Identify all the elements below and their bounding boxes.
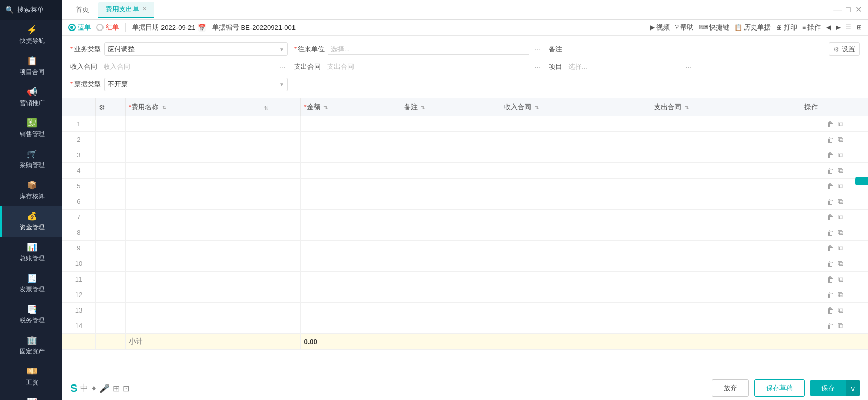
row-cell-remark[interactable] <box>401 303 501 318</box>
tab-home[interactable]: 首页 <box>68 2 96 18</box>
th-sort[interactable]: ⇅ <box>259 98 301 116</box>
row-cell-income[interactable] <box>501 256 651 272</box>
tab-close-icon[interactable]: ✕ <box>142 6 147 12</box>
sidebar-item-marketing[interactable]: 📢 营销推广 <box>0 82 62 113</box>
row-cell-name[interactable] <box>125 241 259 256</box>
row-cell-name[interactable] <box>125 132 259 147</box>
row-cell-amount[interactable] <box>301 241 401 256</box>
delete-icon[interactable]: 🗑 <box>827 136 834 144</box>
row-cell-expense[interactable] <box>651 303 801 318</box>
row-cell-expense[interactable] <box>651 116 801 132</box>
next-btn[interactable]: ▶ <box>836 24 841 31</box>
discard-button[interactable]: 放弃 <box>712 379 749 397</box>
th-income-sort[interactable]: ⇅ <box>535 105 539 110</box>
video-btn[interactable]: ▶ 视频 <box>650 23 670 32</box>
partner-dots[interactable]: ··· <box>532 45 542 53</box>
row-cell-amount[interactable] <box>301 225 401 241</box>
sidebar-item-invoice[interactable]: 🧾 发票管理 <box>0 268 62 299</box>
copy-icon[interactable]: ⧉ <box>838 182 843 190</box>
row-cell-name[interactable] <box>125 163 259 179</box>
copy-icon[interactable]: ⧉ <box>838 259 843 268</box>
row-cell-income[interactable] <box>501 194 651 210</box>
row-cell-remark[interactable] <box>401 163 501 179</box>
partner-input[interactable] <box>328 43 529 55</box>
minimize-btn[interactable]: — <box>833 5 842 14</box>
shortcut-btn[interactable]: ⌨ 快捷键 <box>699 23 729 32</box>
row-cell-income[interactable] <box>501 287 651 303</box>
copy-icon[interactable]: ⧉ <box>838 166 843 175</box>
row-cell-income[interactable] <box>501 147 651 163</box>
copy-icon[interactable]: ⧉ <box>838 275 843 284</box>
delete-icon[interactable]: 🗑 <box>827 229 834 237</box>
radio-red[interactable]: 红单 <box>96 23 119 32</box>
prev-btn[interactable]: ◀ <box>826 24 831 31</box>
row-cell-name[interactable] <box>125 272 259 287</box>
row-cell-name[interactable] <box>125 287 259 303</box>
tab-expense[interactable]: 费用支出单 ✕ <box>98 2 154 18</box>
row-cell-remark[interactable] <box>401 241 501 256</box>
maximize-btn[interactable]: □ <box>846 5 851 14</box>
copy-icon[interactable]: ⧉ <box>838 228 843 237</box>
row-cell-remark[interactable] <box>401 272 501 287</box>
copy-icon[interactable]: ⧉ <box>838 321 843 330</box>
row-cell-income[interactable] <box>501 210 651 225</box>
copy-icon[interactable]: ⧉ <box>838 151 843 159</box>
row-cell-income[interactable] <box>501 303 651 318</box>
row-cell-amount[interactable] <box>301 256 401 272</box>
row-cell-remark[interactable] <box>401 225 501 241</box>
save-button[interactable]: 保存 <box>810 380 846 396</box>
row-cell-expense[interactable] <box>651 256 801 272</box>
row-cell-expense[interactable] <box>651 132 801 147</box>
row-cell-income[interactable] <box>501 116 651 132</box>
calendar-icon[interactable]: 📅 <box>198 24 206 32</box>
copy-icon[interactable]: ⧉ <box>838 213 843 221</box>
row-cell-remark[interactable] <box>401 287 501 303</box>
income-contract-input[interactable] <box>100 61 274 72</box>
th-amount-sort[interactable]: ⇅ <box>323 105 328 110</box>
row-cell-income[interactable] <box>501 318 651 334</box>
row-cell-amount[interactable] <box>301 272 401 287</box>
delete-icon[interactable]: 🗑 <box>827 275 834 284</box>
close-btn[interactable]: ✕ <box>855 5 862 14</box>
row-cell-name[interactable] <box>125 179 259 194</box>
row-cell-expense[interactable] <box>651 318 801 334</box>
row-cell-name[interactable] <box>125 210 259 225</box>
row-cell-income[interactable] <box>501 241 651 256</box>
copy-icon[interactable]: ⧉ <box>838 290 843 299</box>
sidebar-item-shortcuts[interactable]: ⚡ 快捷导航 <box>0 20 62 51</box>
sidebar-item-tax[interactable]: 📑 税务管理 <box>0 299 62 330</box>
expense-contract-dots[interactable]: ··· <box>532 63 542 71</box>
sidebar-search[interactable]: 🔍 搜索菜单 <box>0 0 62 20</box>
settings-button[interactable]: ⚙ 设置 <box>829 42 860 56</box>
row-cell-name[interactable] <box>125 225 259 241</box>
sidebar-item-purchase[interactable]: 🛒 采购管理 <box>0 144 62 175</box>
copy-icon[interactable]: ⧉ <box>838 197 843 206</box>
project-dots[interactable]: ··· <box>683 63 694 71</box>
sidebar-item-funds[interactable]: 💰 资金管理 <box>0 206 62 237</box>
sidebar-item-sales[interactable]: 💹 销售管理 <box>0 113 62 144</box>
row-cell-expense[interactable] <box>651 210 801 225</box>
row-cell-name[interactable] <box>125 318 259 334</box>
row-cell-expense[interactable] <box>651 194 801 210</box>
delete-icon[interactable]: 🗑 <box>827 213 834 221</box>
row-cell-remark[interactable] <box>401 132 501 147</box>
operations-btn[interactable]: ≡ 操作 <box>802 23 821 32</box>
row-cell-expense[interactable] <box>651 163 801 179</box>
row-cell-expense[interactable] <box>651 241 801 256</box>
sidebar-item-accounting[interactable]: 📊 总账管理 <box>0 237 62 268</box>
copy-icon[interactable]: ⧉ <box>838 306 843 315</box>
row-cell-amount[interactable] <box>301 179 401 194</box>
row-cell-expense[interactable] <box>651 147 801 163</box>
business-type-select[interactable]: 应付调整 ▼ <box>104 42 288 56</box>
th-name-sort[interactable]: ⇅ <box>162 105 166 110</box>
float-tab[interactable]: 附 <box>855 177 868 185</box>
row-cell-remark[interactable] <box>401 318 501 334</box>
row-cell-expense[interactable] <box>651 225 801 241</box>
copy-icon[interactable]: ⧉ <box>838 244 843 253</box>
delete-icon[interactable]: 🗑 <box>827 260 834 268</box>
row-cell-expense[interactable] <box>651 179 801 194</box>
row-cell-amount[interactable] <box>301 194 401 210</box>
row-cell-name[interactable] <box>125 303 259 318</box>
row-cell-income[interactable] <box>501 272 651 287</box>
sidebar-item-operations[interactable]: 📈 经营管理 <box>0 392 62 400</box>
